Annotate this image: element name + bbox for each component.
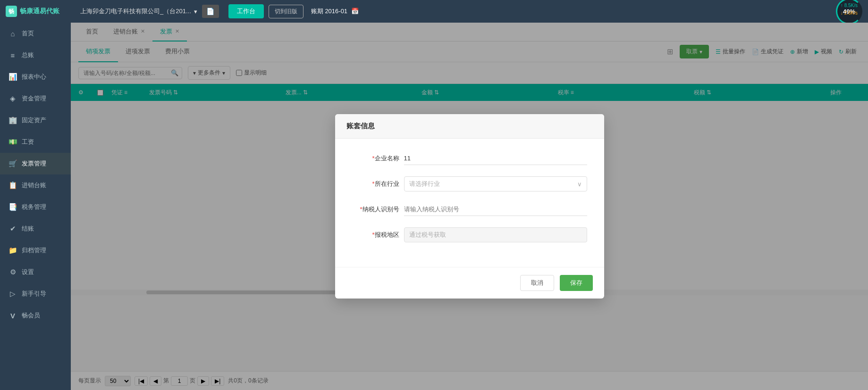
speed-values: ↑ 8.5K/s ↓ 2.6K/s — [841, 2, 858, 17]
label-industry: *所在行业 — [352, 180, 404, 188]
industry-placeholder: 请选择行业 — [409, 180, 440, 188]
company-selector[interactable]: 上海卯金刀电子科技有限公司_（台201... ▾ — [80, 7, 197, 16]
sidebar-label-salary: 工资 — [22, 138, 34, 146]
sidebar-item-settings[interactable]: ⚙ 设置 — [0, 261, 71, 283]
archive-icon: 📁 — [8, 246, 17, 255]
document-icon: 📄 — [202, 5, 219, 18]
form-row-tax-id: *纳税人识别号 — [352, 203, 587, 216]
sidebar-label-home: 首页 — [22, 29, 34, 38]
industry-chevron-icon: ∨ — [577, 181, 582, 188]
calendar-icon[interactable]: 📅 — [351, 8, 359, 15]
label-company-name: *企业名称 — [352, 154, 404, 163]
network-widget: 49% ↑ 8.5K/s ↓ 2.6K/s — [836, 0, 862, 25]
reports-icon: 📊 — [8, 73, 17, 81]
sidebar-item-ledger[interactable]: ≡ 总账 — [0, 44, 71, 66]
sidebar-item-purchase[interactable]: 📋 进销台账 — [0, 174, 71, 196]
form-row-industry: *所在行业 请选择行业 ∨ — [352, 176, 587, 191]
sidebar-label-close: 结账 — [22, 224, 34, 233]
workbench-button[interactable]: 工作台 — [228, 4, 264, 18]
cancel-button[interactable]: 取消 — [520, 275, 554, 291]
select-industry[interactable]: 请选择行业 ∨ — [404, 176, 587, 191]
sidebar: ⌂ 首页 ≡ 总账 📊 报表中心 ◈ 资金管理 🏢 固定资产 💵 工资 🛒 发票… — [0, 23, 71, 390]
form-row-company-name: *企业名称 — [352, 152, 587, 165]
modal-account-info: 账套信息 *企业名称 *所在行业 请选择行业 ∨ — [335, 114, 604, 299]
sidebar-item-tax[interactable]: 📑 税务管理 — [0, 196, 71, 218]
logo-icon: 畅 — [6, 6, 17, 17]
sidebar-item-close[interactable]: ✔ 结账 — [0, 218, 71, 240]
member-icon: V — [8, 311, 17, 320]
invoices-icon: 🛒 — [8, 159, 17, 168]
label-tax-id: *纳税人识别号 — [352, 205, 404, 214]
required-star-2: * — [372, 180, 374, 187]
logo: 畅 畅康通易代账 — [6, 6, 76, 17]
modal-body: *企业名称 *所在行业 请选择行业 ∨ *纳税人识别号 — [335, 139, 604, 267]
form-row-tax-region: *报税地区 通过税号获取 — [352, 227, 587, 242]
sidebar-item-home[interactable]: ⌂ 首页 — [0, 23, 71, 44]
purchase-icon: 📋 — [8, 181, 17, 190]
company-dropdown-icon: ▾ — [194, 8, 197, 15]
guide-icon: ▷ — [8, 290, 17, 298]
sidebar-label-archive: 归档管理 — [22, 246, 46, 255]
close-accounts-icon: ✔ — [8, 224, 17, 233]
company-name: 上海卯金刀电子科技有限公司_（台201... — [80, 7, 191, 16]
sidebar-label-funds: 资金管理 — [22, 94, 46, 103]
required-star-3: * — [360, 206, 362, 213]
modal-title: 账套信息 — [335, 114, 604, 139]
sidebar-label-guide: 新手引导 — [22, 290, 46, 298]
sidebar-item-funds[interactable]: ◈ 资金管理 — [0, 88, 71, 109]
upload-speed: ↑ 8.5K/s — [841, 2, 858, 9]
sidebar-label-purchase: 进销台账 — [22, 181, 46, 190]
sidebar-label-reports: 报表中心 — [22, 73, 46, 81]
input-tax-id[interactable] — [404, 203, 587, 216]
modal-overlay: 账套信息 *企业名称 *所在行业 请选择行业 ∨ — [71, 23, 868, 390]
settings-icon: ⚙ — [8, 268, 17, 276]
download-speed: ↓ 2.6K/s — [841, 9, 858, 17]
assets-icon: 🏢 — [8, 116, 17, 124]
save-button[interactable]: 保存 — [560, 275, 593, 291]
input-company-name[interactable] — [404, 152, 587, 165]
topbar-right: 49% ↑ 8.5K/s ↓ 2.6K/s — [836, 0, 862, 25]
required-star-4: * — [372, 231, 374, 238]
tax-icon: 📑 — [8, 203, 17, 211]
salary-icon: 💵 — [8, 138, 17, 146]
sidebar-item-guide[interactable]: ▷ 新手引导 — [0, 283, 71, 305]
sidebar-item-archive[interactable]: 📁 归档管理 — [0, 240, 71, 261]
sidebar-label-settings: 设置 — [22, 268, 34, 276]
sidebar-label-tax: 税务管理 — [22, 203, 46, 211]
ledger-icon: ≡ — [8, 51, 17, 59]
modal-footer: 取消 保存 — [335, 267, 604, 299]
sidebar-label-ledger: 总账 — [22, 51, 34, 59]
sidebar-item-salary[interactable]: 💵 工资 — [0, 131, 71, 153]
input-tax-region-disabled: 通过税号获取 — [404, 227, 587, 242]
required-star: * — [372, 155, 374, 162]
sidebar-label-invoices: 发票管理 — [22, 159, 46, 168]
funds-icon: ◈ — [8, 94, 17, 103]
label-tax-region: *报税地区 — [352, 231, 404, 239]
period-label: 账期 2016-01 📅 — [311, 7, 359, 16]
sidebar-label-member: 畅会员 — [22, 311, 40, 320]
home-icon: ⌂ — [8, 29, 17, 38]
sidebar-item-member[interactable]: V 畅会员 — [0, 305, 71, 326]
logo-text: 畅康通易代账 — [20, 7, 59, 16]
sidebar-item-reports[interactable]: 📊 报表中心 — [0, 66, 71, 88]
topbar: 畅 畅康通易代账 上海卯金刀电子科技有限公司_（台201... ▾ 📄 工作台 … — [0, 0, 868, 23]
sidebar-item-assets[interactable]: 🏢 固定资产 — [0, 109, 71, 131]
sidebar-label-assets: 固定资产 — [22, 116, 46, 124]
sidebar-item-invoices[interactable]: 🛒 发票管理 — [0, 153, 71, 174]
old-ver-button[interactable]: 切到旧版 — [269, 5, 303, 18]
